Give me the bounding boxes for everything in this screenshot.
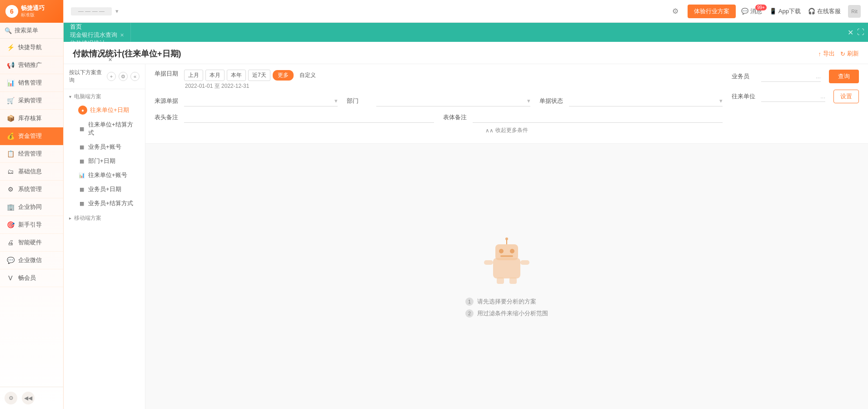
scheme-item-partner-date[interactable]: ●往来单位+日期 xyxy=(65,103,143,117)
scheme-item-label: 往来单位+日期 xyxy=(90,106,129,114)
empty-state: 1 请先选择要分析的方案 2 用过滤条件来缩小分析范围 xyxy=(145,144,868,409)
topbar-settings-icon[interactable]: ⚙ xyxy=(668,5,682,18)
sidebar-item-purchase[interactable]: 🛒采购管理 xyxy=(0,92,63,110)
svg-point-3 xyxy=(510,249,514,253)
scheme-add-btn[interactable]: + xyxy=(107,72,116,81)
date-this-month-btn[interactable]: 本月 xyxy=(205,70,224,81)
topbar-right: 💬 消息 99+ 📱 App下载 🎧 在线客服 Rit xyxy=(741,5,861,18)
sidebar-item-wechat[interactable]: 💬企业微信 xyxy=(0,252,63,269)
source-select[interactable]: ▾ xyxy=(184,96,338,106)
search-menu[interactable]: 🔍 搜索菜单 xyxy=(0,23,63,39)
note-head-input[interactable] xyxy=(184,112,434,123)
scheme-item-label: 业务员+结算方式 xyxy=(88,199,133,207)
svg-point-2 xyxy=(499,249,504,253)
svg-rect-8 xyxy=(520,260,529,265)
scheme-section-title-desktop[interactable]: ▾电脑端方案 xyxy=(64,89,145,102)
sidebar-settings-btn[interactable]: ⚙ xyxy=(5,392,17,404)
source-label: 来源单据 xyxy=(155,97,180,105)
user-avatar[interactable]: Rit xyxy=(848,5,861,18)
sidebar-bottom: ⚙ ◀◀ xyxy=(0,387,63,409)
date-options: 上月 本月 本年 近7天 更多 自定义 xyxy=(184,70,319,81)
scheme-collapse-btn[interactable]: « xyxy=(130,72,140,81)
doc-status-select[interactable]: ▾ xyxy=(569,96,723,106)
sidebar-system-icon: ⚙ xyxy=(6,185,15,193)
collapse-icon: ∧∧ xyxy=(485,127,494,134)
tab-bank-flow[interactable]: 现金银行流水查询✕ xyxy=(64,31,131,39)
content-area: 付款情况统计(往来单位+日期) ↑ 导出 ↻ 刷新 按以下方案查询 + xyxy=(64,42,868,409)
sidebar-item-marketing[interactable]: 📢营销推广 xyxy=(0,56,63,74)
sidebar-item-guide[interactable]: 🎯新手引导 xyxy=(0,216,63,234)
headset-icon: 🎧 xyxy=(808,8,815,15)
sidebar-item-label: 采购管理 xyxy=(18,96,42,105)
sidebar-finance-icon: 💰 xyxy=(6,132,15,140)
scheme-item-staff-settle[interactable]: ▦业务员+结算方式 xyxy=(65,197,143,210)
page-actions: ↑ 导出 ↻ 刷新 xyxy=(818,50,859,58)
tab-close-bank-flow[interactable]: ✕ xyxy=(120,32,124,38)
sidebar-item-finance[interactable]: 💰资金管理 xyxy=(0,127,63,145)
scheme-item-staff-date[interactable]: ▦业务员+日期 xyxy=(65,182,143,196)
tab-bar: 首页现金银行流水查询✕收款情况统计✕新建方案✕付款情况统计✕ ✕ ⛶ xyxy=(64,23,868,42)
scheme-item-dept-date[interactable]: ▦部门+日期 xyxy=(65,154,143,168)
sidebar-member-icon: V xyxy=(6,274,15,282)
sidebar-item-operation[interactable]: 📋经营管理 xyxy=(0,145,63,163)
maximize-btn[interactable]: ⛶ xyxy=(857,28,864,36)
scheme-item-staff-account[interactable]: ▦业务员+账号 xyxy=(65,140,143,154)
sidebar-item-inventory[interactable]: 📦库存核算 xyxy=(0,110,63,127)
scheme-type-icon: ▦ xyxy=(78,200,85,207)
settings-btn[interactable]: 设置 xyxy=(833,90,859,103)
date-more-btn[interactable]: 更多 xyxy=(273,70,294,81)
note-body-input[interactable] xyxy=(473,112,723,123)
sidebar-marketing-icon: 📢 xyxy=(6,61,15,69)
svg-rect-1 xyxy=(495,244,518,260)
tab-home[interactable]: 首页 xyxy=(64,23,131,31)
scheme-item-partner-account[interactable]: 📊往来单位+账号 xyxy=(65,168,143,182)
staff-input[interactable]: ... xyxy=(761,71,821,82)
collapse-conditions-btn[interactable]: ∧∧ 收起更多条件 xyxy=(485,126,528,134)
app-download-btn[interactable]: 📱 App下载 xyxy=(769,7,801,15)
sidebar-nav: ⚡快捷导航📢营销推广📊销售管理🛒采购管理📦库存核算💰资金管理📋经营管理🗂基础信息… xyxy=(0,39,63,287)
empty-instructions: 1 请先选择要分析的方案 2 用过滤条件来缩小分析范围 xyxy=(465,298,548,318)
dept-select[interactable]: ▾ xyxy=(376,96,530,106)
scheme-panel: 按以下方案查询 + ⚙ « ▾电脑端方案●往来单位+日期▦往来单位+结算方式▦业… xyxy=(64,64,145,409)
date-custom-btn[interactable]: 自定义 xyxy=(296,70,319,81)
refresh-btn[interactable]: ↻ 刷新 xyxy=(840,50,859,58)
sidebar-item-hardware[interactable]: 🖨智能硬件 xyxy=(0,234,63,252)
scheme-type-icon: ▦ xyxy=(78,186,85,193)
sidebar-collapse-btn[interactable]: ◀◀ xyxy=(22,392,35,404)
sidebar-item-member[interactable]: V畅会员 xyxy=(0,269,63,287)
scheme-item-label: 部门+日期 xyxy=(88,157,115,165)
sidebar-item-sales[interactable]: 📊销售管理 xyxy=(0,74,63,92)
export-btn[interactable]: ↑ 导出 xyxy=(818,50,835,58)
online-service-btn[interactable]: 🎧 在线客服 xyxy=(808,7,841,15)
scheme-type-icon: 📊 xyxy=(78,172,85,179)
sidebar-enterprise-icon: 🏢 xyxy=(6,203,15,211)
tab-close-receipt-stat[interactable]: ✕ xyxy=(108,40,112,46)
sidebar-item-quick-nav[interactable]: ⚡快捷导航 xyxy=(0,39,63,56)
tab-close-new-plan[interactable]: ✕ xyxy=(96,49,100,55)
app-name: 畅捷通巧 xyxy=(21,5,45,12)
sidebar-item-enterprise[interactable]: 🏢企业协同 xyxy=(0,198,63,216)
date-this-year-btn[interactable]: 本年 xyxy=(227,70,246,81)
sidebar-item-label: 智能硬件 xyxy=(18,238,42,247)
right-content: 单据日期 上月 本月 本年 近7天 更多 自定义 xyxy=(145,64,868,409)
scheme-type-icon: ▦ xyxy=(78,157,85,165)
scheme-section-title-mobile[interactable]: ▸移动端方案 xyxy=(64,211,145,224)
date-last7-btn[interactable]: 近7天 xyxy=(248,70,270,81)
notification-badge: 99+ xyxy=(755,5,767,10)
scheme-settings-btn[interactable]: ⚙ xyxy=(119,72,128,81)
trial-btn[interactable]: 体验行业方案 xyxy=(688,5,736,18)
tab-close-payment-stat[interactable]: ✕ xyxy=(108,57,112,63)
close-window-btn[interactable]: ✕ xyxy=(848,28,853,37)
date-last-month-btn[interactable]: 上月 xyxy=(184,70,203,81)
sidebar-item-label: 营销推广 xyxy=(18,61,42,69)
sidebar-item-system[interactable]: ⚙系统管理 xyxy=(0,181,63,198)
notifications-btn[interactable]: 💬 消息 99+ xyxy=(741,7,762,15)
date-label: 单据日期 xyxy=(155,70,180,78)
query-btn[interactable]: 查询 xyxy=(829,70,859,83)
partner-input[interactable]: ... xyxy=(761,91,825,102)
scheme-item-partner-settle[interactable]: ▦往来单位+结算方式 xyxy=(65,118,143,140)
tab-label: 现金银行流水查询 xyxy=(70,31,117,39)
sidebar-purchase-icon: 🛒 xyxy=(6,96,15,105)
breadcrumb: — — — — ▾ xyxy=(71,7,663,15)
sidebar-item-basic[interactable]: 🗂基础信息 xyxy=(0,163,63,181)
